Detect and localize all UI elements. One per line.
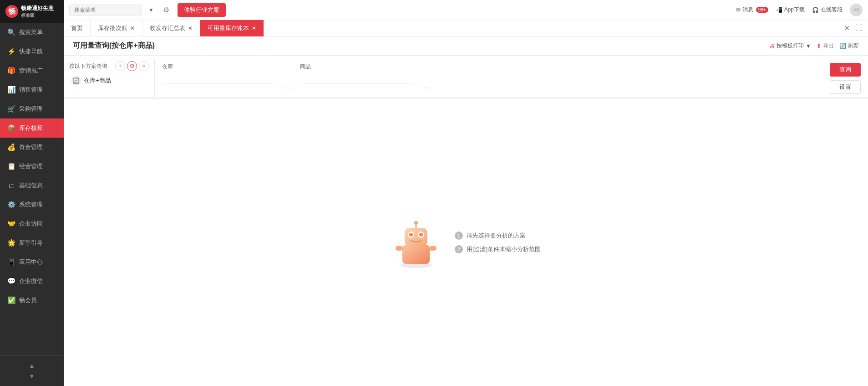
filter-scheme-label: 按以下方案查询	[69, 62, 107, 70]
sidebar-item-label: 销售管理	[19, 86, 43, 94]
purchase-icon: 🛒	[7, 105, 15, 113]
warehouse-input[interactable]	[162, 72, 276, 83]
app-center-icon: 📱	[7, 258, 15, 266]
tab-batch-account[interactable]: 库存批次账 ✕	[91, 20, 142, 36]
topbar-search-input[interactable]	[69, 5, 142, 15]
system-icon: ⚙️	[7, 201, 15, 209]
topbar: ▼ ⚙ 体验行业方案 ✉ 消息 99+ 📲 App下载 🎧 在线客服 Rit	[64, 0, 868, 20]
app-download-label: App下载	[784, 6, 805, 14]
sidebar-item-label: 企业协同	[19, 220, 43, 228]
goods-input[interactable]	[300, 72, 414, 83]
inventory-icon: 📦	[7, 124, 15, 132]
tip-text-1: 请先选择要分析的方案	[467, 232, 526, 240]
refresh-icon: 🔄	[839, 43, 846, 49]
collapse-filter-button[interactable]: «	[139, 61, 149, 71]
svg-rect-1	[402, 245, 430, 264]
sidebar-item-quick-nav[interactable]: ⚡ 快捷导航	[0, 42, 64, 61]
filter-right-panel: 仓库 ··· 商品 ··· 查询 设置	[155, 59, 868, 98]
query-button[interactable]: 查询	[830, 63, 861, 77]
sidebar-item-label: 应用中心	[19, 258, 43, 266]
sidebar-item-purchase[interactable]: 🛒 采购管理	[0, 99, 64, 118]
sidebar: 畅 畅康通好生意 标准版 🔍 搜索菜单 ⚡ 快捷导航 🎁 营销推广 📊 销售管理…	[0, 0, 64, 386]
sidebar-nav: 🔍 搜索菜单 ⚡ 快捷导航 🎁 营销推广 📊 销售管理 🛒 采购管理 📦 库存核…	[0, 23, 64, 355]
tab-available-inventory[interactable]: 可用量库存账本 ✕	[200, 20, 264, 36]
topbar-gear-icon[interactable]: ⚙	[160, 4, 172, 16]
basic-info-icon: 🗂	[7, 182, 15, 190]
tab-home-label: 首页	[71, 24, 83, 32]
filter-settings-button[interactable]: 设置	[830, 80, 861, 94]
tabs-expand-button[interactable]: ⛶	[853, 22, 864, 34]
sidebar-item-operations[interactable]: 📋 经营管理	[0, 157, 64, 176]
refresh-button[interactable]: 🔄 刷新	[839, 42, 859, 50]
svg-point-5	[409, 233, 413, 237]
sidebar-item-enterprise-wx[interactable]: 💬 企业微信	[0, 272, 64, 291]
sidebar-item-sales[interactable]: 📊 销售管理	[0, 80, 64, 99]
sidebar-scroll-up[interactable]: ▲	[5, 360, 59, 371]
finance-icon: 💰	[7, 143, 15, 151]
export-icon: ⬆	[817, 43, 821, 49]
filter-action-buttons: 查询 设置	[830, 63, 861, 94]
add-scheme-button[interactable]: +	[115, 61, 125, 71]
robot-illustration	[391, 220, 437, 265]
sidebar-item-membership[interactable]: ✅ 畅会员	[0, 291, 64, 310]
topbar-customer-service[interactable]: 🎧 在线客服	[812, 6, 843, 14]
sidebar-item-label: 库存核算	[19, 124, 43, 132]
sidebar-item-basic-info[interactable]: 🗂 基础信息	[0, 176, 64, 195]
tab-available-inventory-close[interactable]: ✕	[252, 25, 256, 31]
sidebar-item-app-center[interactable]: 📱 应用中心	[0, 252, 64, 272]
sidebar-item-search[interactable]: 🔍 搜索菜单	[0, 23, 64, 42]
topbar-messages[interactable]: ✉ 消息 99+	[736, 6, 768, 14]
newbie-icon: 🌟	[7, 239, 15, 247]
customer-service-label: 在线客服	[821, 6, 843, 14]
sidebar-item-marketing[interactable]: 🎁 营销推广	[0, 61, 64, 80]
enterprise-icon: 🤝	[7, 220, 15, 228]
tip-num-2: 2	[455, 245, 463, 253]
svg-rect-9	[396, 246, 403, 251]
sidebar-item-label: 搜索菜单	[19, 28, 43, 36]
sales-icon: 📊	[7, 86, 15, 94]
sidebar-bottom: ▲ ▼	[0, 355, 64, 386]
tip-num-1: 1	[455, 232, 463, 240]
page-title: 可用量查询(按仓库+商品)	[73, 41, 155, 51]
sidebar-logo: 畅 畅康通好生意 标准版	[0, 0, 64, 23]
topbar-dropdown-button[interactable]: ▼	[146, 5, 157, 15]
tab-receipt-summary[interactable]: 收发存汇总表 ✕	[142, 20, 200, 36]
marketing-icon: 🎁	[7, 67, 15, 75]
scheme-warehouse-goods-label: 仓库+商品	[84, 77, 111, 85]
edit-scheme-button[interactable]: ⚙	[127, 61, 137, 71]
tab-batch-account-close[interactable]: ✕	[130, 25, 135, 31]
app-logo-icon: 畅	[5, 5, 18, 18]
customer-service-icon: 🎧	[812, 7, 819, 13]
tabs-close-button[interactable]: ✕	[842, 22, 852, 34]
topbar-trial-button[interactable]: 体验行业方案	[178, 3, 226, 17]
tab-receipt-summary-close[interactable]: ✕	[188, 25, 193, 31]
empty-tips: 1 请先选择要分析的方案 2 用[过滤]条件来缩小分析范围	[455, 232, 541, 253]
sidebar-item-label: 快捷导航	[19, 47, 43, 56]
warehouse-field-label: 仓库	[162, 63, 276, 71]
topbar-user-avatar[interactable]: Rit	[850, 4, 863, 16]
sidebar-item-inventory[interactable]: 📦 库存核算	[0, 118, 64, 138]
export-button[interactable]: ⬆ 导出	[817, 42, 834, 50]
sidebar-item-finance[interactable]: 💰 资金管理	[0, 138, 64, 157]
page-header-actions: 🖨 按模板打印 ▼ ⬆ 导出 🔄 刷新	[769, 42, 859, 50]
sidebar-item-newbie[interactable]: 🌟 新手引导	[0, 233, 64, 252]
tabs-bar: 首页 库存批次账 ✕ 收发存汇总表 ✕ 可用量库存账本 ✕ ✕ ⛶	[64, 20, 868, 36]
sidebar-item-enterprise[interactable]: 🤝 企业协同	[0, 214, 64, 233]
sidebar-item-label: 资金管理	[19, 143, 43, 151]
topbar-right: ✉ 消息 99+ 📲 App下载 🎧 在线客服 Rit	[736, 4, 863, 16]
page-header: 可用量查询(按仓库+商品) 🖨 按模板打印 ▼ ⬆ 导出 🔄 刷新	[64, 36, 868, 56]
svg-point-6	[419, 233, 423, 237]
scheme-warehouse-goods-icon: 🔄	[71, 76, 81, 86]
warehouse-more-button[interactable]: ···	[285, 84, 291, 92]
print-template-button[interactable]: 🖨 按模板打印 ▼	[769, 42, 811, 50]
tip-text-2: 用[过滤]条件来缩小分析范围	[467, 245, 541, 253]
filter-scheme-warehouse-goods[interactable]: 🔄 仓库+商品	[64, 73, 154, 88]
filter-scheme-actions: + ⚙ «	[115, 61, 149, 71]
goods-more-button[interactable]: ···	[423, 84, 429, 92]
sidebar-scroll-down[interactable]: ▼	[5, 371, 59, 381]
topbar-app-download[interactable]: 📲 App下载	[776, 6, 805, 14]
sidebar-item-label: 新手引导	[19, 239, 43, 247]
sidebar-item-system[interactable]: ⚙️ 系统管理	[0, 195, 64, 214]
sidebar-item-label: 采购管理	[19, 105, 43, 113]
tab-home[interactable]: 首页	[64, 20, 91, 36]
